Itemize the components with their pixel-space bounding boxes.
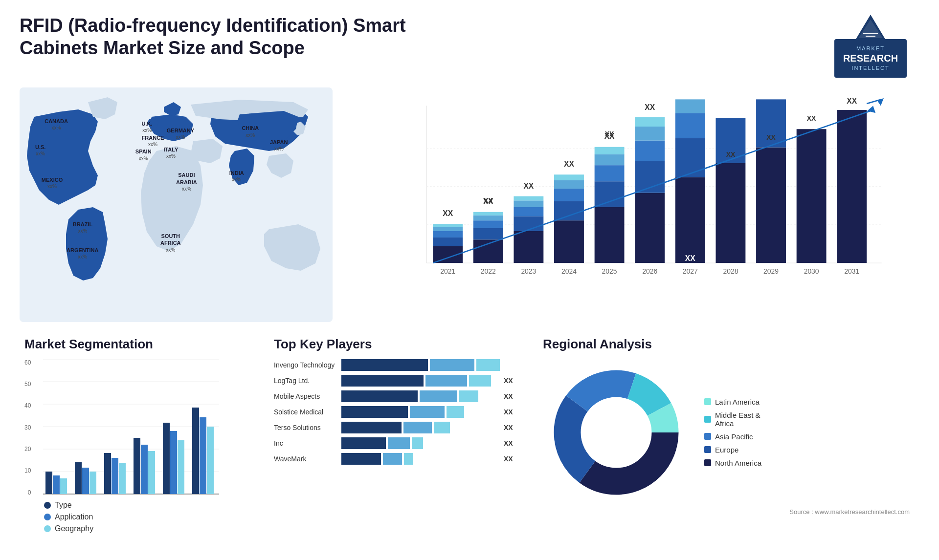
growth-chart: XX XX XX XX xyxy=(352,87,919,322)
players-list: Invengo Technology LogTag Ltd. xyxy=(274,359,518,465)
map-label-india: INDIAxx% xyxy=(229,170,244,183)
svg-rect-51 xyxy=(715,163,745,262)
svg-rect-103 xyxy=(178,440,184,494)
svg-text:XX: XX xyxy=(443,209,453,217)
player-row-mobile: Mobile Aspects XX xyxy=(274,390,518,402)
legend-application: Application xyxy=(44,513,249,521)
player-name-wavemark: WaveMark xyxy=(274,455,337,463)
player-name-logtag: LogTag Ltd. xyxy=(274,377,337,385)
svg-rect-29 xyxy=(554,201,584,220)
svg-rect-93 xyxy=(104,453,111,494)
svg-rect-40 xyxy=(635,193,665,262)
svg-text:2024: 2024 xyxy=(561,267,577,275)
logo-icon xyxy=(856,15,885,39)
svg-rect-47 xyxy=(675,138,705,177)
player-name-solstice: Solstice Medical xyxy=(274,408,337,416)
legend-europe-label: Europe xyxy=(715,446,738,454)
svg-text:2021: 2021 xyxy=(440,267,455,275)
svg-text:2029: 2029 xyxy=(763,267,779,275)
svg-rect-89 xyxy=(75,462,82,494)
player-name-invengo: Invengo Technology xyxy=(274,361,337,369)
svg-rect-90 xyxy=(82,468,89,494)
svg-rect-56 xyxy=(837,110,867,263)
players-title: Top Key Players xyxy=(274,337,518,352)
svg-text:XX: XX xyxy=(766,133,776,141)
logo-box: MARKET RESEARCH INTELLECT xyxy=(834,39,907,78)
main-content: CANADAxx% U.S.xx% MEXICOxx% BRAZILxx% AR… xyxy=(0,87,939,547)
svg-rect-95 xyxy=(119,463,126,494)
donut-svg xyxy=(543,359,690,506)
player-val-terso: XX xyxy=(504,424,518,431)
legend-geography-dot xyxy=(44,525,51,532)
svg-text:XX: XX xyxy=(807,114,816,122)
svg-rect-31 xyxy=(554,180,584,188)
player-row-terso: Terso Solutions XX xyxy=(274,422,518,433)
svg-rect-37 xyxy=(595,154,625,165)
svg-rect-19 xyxy=(473,215,503,220)
svg-rect-23 xyxy=(514,216,543,231)
player-bar-inc xyxy=(341,437,500,449)
legend-type-dot xyxy=(44,502,51,509)
svg-rect-24 xyxy=(514,207,543,216)
svg-rect-42 xyxy=(635,140,665,161)
svg-text:2026: 2026 xyxy=(642,267,657,275)
regional-title: Regional Analysis xyxy=(543,337,915,352)
map-label-germany: GERMANYxx% xyxy=(167,127,194,140)
source-text: Source : www.marketresearchintellect.com xyxy=(543,508,915,516)
svg-text:2031: 2031 xyxy=(844,267,859,275)
player-row-wavemark: WaveMark XX xyxy=(274,453,518,465)
legend-mea-label: Middle East &Africa xyxy=(715,411,760,428)
legend-type-label: Type xyxy=(55,501,72,510)
svg-rect-35 xyxy=(595,181,625,207)
logo-mid-text: RESEARCH xyxy=(843,52,898,65)
map-label-france: FRANCExx% xyxy=(142,134,164,148)
svg-rect-30 xyxy=(554,189,584,201)
legend-application-label: Application xyxy=(55,513,93,521)
svg-rect-99 xyxy=(148,451,155,494)
map-label-uk: U.K.xx% xyxy=(142,120,153,133)
svg-rect-85 xyxy=(45,472,52,494)
svg-rect-107 xyxy=(207,427,214,494)
svg-rect-32 xyxy=(554,174,584,180)
page-title: RFID (Radio-frequency Identification) Sm… xyxy=(20,15,411,59)
legend-mea: Middle East &Africa xyxy=(704,411,761,428)
svg-rect-53 xyxy=(756,147,786,263)
svg-rect-87 xyxy=(60,478,67,494)
seg-chart-svg: 2021 2022 2023 2024 xyxy=(43,359,219,496)
svg-rect-18 xyxy=(473,220,503,228)
legend-latin-america: Latin America xyxy=(704,398,761,406)
legend-apac-color xyxy=(704,433,711,440)
logo-top-text: MARKET xyxy=(843,45,898,52)
svg-rect-20 xyxy=(473,212,503,215)
player-name-terso: Terso Solutions xyxy=(274,424,337,431)
svg-rect-36 xyxy=(595,165,625,181)
svg-rect-17 xyxy=(473,228,503,239)
svg-text:XX: XX xyxy=(685,254,695,262)
legend-north-america: North America xyxy=(704,459,761,467)
map-label-china: CHINAxx% xyxy=(242,125,259,138)
svg-text:XX: XX xyxy=(645,103,655,111)
svg-rect-14 xyxy=(433,224,463,227)
player-bar-invengo xyxy=(341,359,500,371)
svg-text:2023: 2023 xyxy=(521,267,536,275)
player-bar-solstice xyxy=(341,406,500,418)
svg-text:2030: 2030 xyxy=(804,267,819,275)
player-val-inc: XX xyxy=(504,439,518,447)
player-row-inc: Inc XX xyxy=(274,437,518,449)
legend-latin-america-label: Latin America xyxy=(715,398,760,406)
svg-text:XX: XX xyxy=(847,97,857,105)
svg-text:XX: XX xyxy=(564,159,574,168)
svg-text:2022: 2022 xyxy=(481,267,496,275)
legend-apac-label: Asia Pacific xyxy=(715,432,753,441)
svg-marker-1 xyxy=(858,20,883,38)
segmentation-title: Market Segmentation xyxy=(24,337,249,352)
svg-rect-43 xyxy=(635,127,665,141)
player-bar-terso xyxy=(341,422,500,433)
legend-geography-label: Geography xyxy=(55,524,93,533)
header: RFID (Radio-frequency Identification) Sm… xyxy=(0,0,939,87)
svg-rect-28 xyxy=(554,220,584,263)
legend-mea-color xyxy=(704,416,711,423)
svg-rect-48 xyxy=(675,113,705,138)
player-val-wavemark: XX xyxy=(504,455,518,463)
svg-text:2025: 2025 xyxy=(602,267,617,275)
